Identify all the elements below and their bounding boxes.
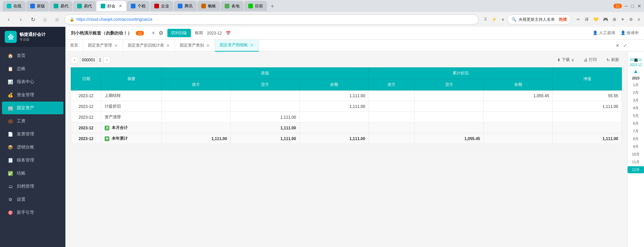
tab-muqian[interactable]: 目前 — [244, 1, 267, 11]
maximize-icon[interactable]: □ — [631, 3, 634, 9]
dropdown-arrow[interactable]: ∨ — [501, 17, 504, 22]
tab-qiye[interactable]: 企业 — [150, 1, 173, 11]
row3-acc-credit — [415, 112, 484, 123]
ai-consult-btn[interactable]: 👤 人工咨询 — [593, 30, 615, 36]
archive-icon: 🗂 — [7, 183, 13, 189]
tab-close-haohui[interactable]: ✕ — [119, 4, 122, 8]
scissors-icon[interactable]: ✂ — [577, 17, 580, 22]
tab-close-assets-mgmt[interactable]: ✕ — [114, 43, 118, 48]
sidebar-item-archive[interactable]: 🗂 归档管理 — [2, 180, 63, 193]
tab-homepage[interactable]: 首页 — [65, 40, 83, 52]
search-box[interactable]: 🔍 央视更新主持人名单 热搜 — [507, 14, 571, 24]
col-acc-balance: 余额 — [484, 79, 553, 90]
tab-geshui[interactable]: 个税 — [127, 1, 150, 11]
sidebar-item-tutorial[interactable]: 🎯 新手引导 — [2, 206, 63, 219]
sidebar-item-payroll[interactable]: 💼 工资 — [2, 115, 63, 127]
period-month-9[interactable]: 9月 — [628, 143, 644, 150]
home-btn[interactable]: ⌂ — [40, 15, 50, 24]
page-index: 1 — [99, 58, 101, 62]
wallet-icon[interactable]: 💛 — [593, 17, 598, 22]
tab-haohui[interactable]: 好会 ✕ — [97, 1, 126, 11]
tab-assets-detail[interactable]: 固定资产明细账 ✕ — [215, 40, 259, 52]
sidebar-item-close-period[interactable]: ✅ 结账 — [2, 167, 63, 180]
layout-icon[interactable]: ⊞ — [613, 17, 616, 22]
tab-assets-category[interactable]: 固定资产类别 ✕ — [175, 40, 215, 52]
menu-icon[interactable]: ≡ — [638, 17, 640, 22]
prev-page-btn[interactable]: ‹ — [71, 56, 78, 64]
next-page-btn[interactable]: › — [103, 56, 111, 64]
grid-icon[interactable]: ⠿ — [484, 17, 487, 22]
tab-yidai1[interactable]: 易代 — [50, 1, 72, 11]
period-date-selected1: 2023.12 — [630, 58, 642, 62]
ledger-icon: 📋 — [7, 66, 13, 72]
period-month-5[interactable]: 5月 — [628, 112, 644, 119]
col-date: 日期 — [71, 68, 101, 90]
sidebar-item-reports[interactable]: 📊 报表中心 — [2, 75, 63, 88]
settings-icon[interactable]: ⚙ — [629, 17, 633, 22]
game-icon[interactable]: 🎮 — [603, 17, 608, 22]
sidebar-logo: 会 畅捷通好会计 专业版 — [0, 27, 65, 47]
tab-maximize[interactable]: ⤢ — [622, 42, 628, 49]
close-icon[interactable]: ✕ — [637, 3, 641, 9]
switch-version-btn[interactable]: 切到旧版 — [167, 29, 191, 37]
sidebar-item-tax[interactable]: 🧾 税务管理 — [2, 154, 63, 167]
bookmark-btn[interactable]: ☆ — [52, 15, 62, 24]
translate-icon[interactable]: 译 — [585, 17, 589, 22]
download-btn[interactable]: ⬇ 下载 ∨ — [554, 56, 577, 64]
browser-chrome: 在线 新版 易代 易代 好会 ✕ 个税 企业 腾讯 — [0, 0, 644, 27]
sidebar-item-settings[interactable]: ⚙ 设置 — [2, 193, 63, 206]
refresh-btn[interactable]: ↻ 刷新 — [604, 56, 622, 64]
period-month-1[interactable]: 1月 — [628, 81, 644, 88]
period-month-12[interactable]: 12月 — [628, 166, 644, 173]
col-orig-balance: 余额 — [300, 79, 369, 90]
tab-yidai2[interactable]: 易代 — [73, 1, 96, 11]
row5-orig-credit: 1,111.00 — [230, 133, 300, 144]
tab-fixed-assets-mgmt[interactable]: 固定资产管理 ✕ — [83, 40, 123, 52]
period-month-10[interactable]: 10月 — [628, 151, 644, 158]
row5-net-value: 1,111.00 — [553, 133, 622, 144]
sidebar-item-funds[interactable]: 💰 资金管理 — [2, 88, 63, 101]
tab-close-window[interactable]: ✕ — [614, 42, 621, 49]
tab-tengxun[interactable]: 腾讯 — [174, 1, 197, 11]
back-btn[interactable]: ‹ — [4, 15, 13, 24]
row3-acc-balance — [484, 112, 553, 123]
sidebar-item-homepage[interactable]: 🏠 首页 — [2, 49, 63, 62]
period-month-3[interactable]: 3月 — [628, 97, 644, 104]
period-month-7[interactable]: 7月 — [628, 128, 644, 135]
tab-close-detail[interactable]: ✕ — [250, 43, 254, 48]
scroll-up-btn[interactable]: ▲ — [628, 68, 644, 74]
lightning-icon[interactable]: ⚡ — [492, 17, 497, 22]
minimize-icon[interactable]: ─ — [625, 3, 628, 9]
tab-chang[interactable]: 畅账 — [197, 1, 220, 11]
calendar-icon[interactable]: 📅 — [226, 31, 231, 36]
window-controls[interactable]: ─ □ ✕ — [625, 3, 641, 9]
page-number-input[interactable] — [80, 56, 97, 64]
print-btn[interactable]: 🖨 打印 — [581, 56, 600, 64]
period-month-2[interactable]: 2月 — [628, 89, 644, 96]
tab-add[interactable]: ＋ — [268, 1, 277, 11]
row5-orig-balance: 1,111.00 — [300, 133, 369, 144]
logo-icon: 会 — [5, 31, 17, 43]
add-account-btn[interactable]: ＋ — [151, 29, 156, 37]
theme-icon[interactable]: ☀ — [621, 17, 625, 22]
settings-btn[interactable]: ⚙ — [159, 30, 163, 36]
tab-xinban[interactable]: 新版 — [26, 1, 49, 11]
period-month-6[interactable]: 6月 — [628, 120, 644, 127]
tab-close-depreciation[interactable]: ✕ — [166, 43, 170, 48]
forward-btn[interactable]: › — [16, 15, 25, 24]
address-input[interactable]: 🔒 https://cloud.chanjet.com/accounting/u… — [64, 14, 479, 24]
period-month-11[interactable]: 11月 — [628, 159, 644, 166]
sidebar-item-general-ledger[interactable]: 📋 总账 — [2, 62, 63, 75]
tab-zaixian[interactable]: 在线 — [3, 1, 25, 11]
sidebar-item-invoice[interactable]: 📄 发票管理 — [2, 128, 63, 140]
period-month-4[interactable]: 4月 — [628, 105, 644, 112]
sidebar-item-fixed-assets[interactable]: 🏢 固定资产 — [2, 102, 63, 114]
user-avatar[interactable]: 👤 徐译华 — [621, 30, 639, 36]
tab-close-category[interactable]: ✕ — [206, 43, 210, 48]
period-month-8[interactable]: 8月 — [628, 135, 644, 142]
reload-btn[interactable]: ↻ — [28, 15, 38, 24]
tab-gedi[interactable]: 各地 — [221, 1, 244, 11]
sidebar-item-purchase-sales[interactable]: 📦 进销台账 — [2, 141, 63, 153]
row3-net-value — [553, 112, 622, 123]
tab-depreciation-stats[interactable]: 固定资产折旧统计表 ✕ — [123, 40, 175, 52]
